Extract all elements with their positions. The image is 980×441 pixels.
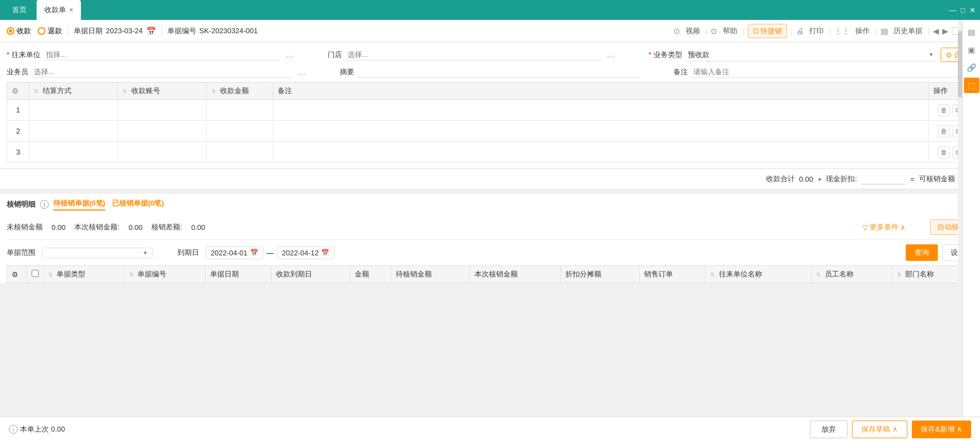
row-1-note[interactable] xyxy=(273,100,929,121)
help-button[interactable]: 帮助 xyxy=(721,25,739,37)
radio-receive[interactable]: 收款 xyxy=(7,26,31,36)
date-to-value: 2022-04-12 xyxy=(282,249,319,257)
minimize-button[interactable]: — xyxy=(949,6,956,14)
date-from-input[interactable]: 2022-04-01 📅 xyxy=(206,247,263,259)
bt-col-gear[interactable]: ⚙ xyxy=(7,266,27,283)
row-3-amount[interactable] xyxy=(207,142,273,163)
save-draft-button[interactable]: 保存草稿 ∧ xyxy=(852,421,907,438)
row-3-delete-icon[interactable]: 🗑 xyxy=(938,146,950,158)
date-dash: — xyxy=(267,249,274,257)
summary-row: 未核销金额 0.00 本次核销金额: 0.00 核销差额: 0.00 ▽ 更多条… xyxy=(7,215,973,239)
business-type-select[interactable]: 预收款 ▼ xyxy=(686,49,936,61)
radio-receive-dot xyxy=(7,27,14,35)
date-picker-icon[interactable]: 📅 xyxy=(146,27,156,35)
row-2-seq: 2 xyxy=(7,121,29,142)
radio-group: 收款 退款 xyxy=(7,26,62,36)
bt-gear-icon[interactable]: ⚙ xyxy=(12,270,18,279)
salesperson-dots[interactable]: … xyxy=(298,67,307,77)
calendar-from-icon[interactable]: 📅 xyxy=(250,249,258,257)
maximize-button[interactable]: □ xyxy=(961,6,965,14)
row-1-account[interactable] xyxy=(118,100,207,121)
done-tab[interactable]: 已核销单据(0笔) xyxy=(112,198,164,211)
total-label: 收款合计 xyxy=(766,174,795,184)
radio-receive-label: 收款 xyxy=(17,26,31,36)
sort-arrows-amount[interactable]: ⇅ xyxy=(211,88,216,94)
footer-info-icon[interactable]: i xyxy=(9,425,18,434)
bt-col-checkbox[interactable] xyxy=(27,266,44,283)
row-2-amount[interactable] xyxy=(207,121,273,142)
table-gear-icon[interactable]: ⚙ xyxy=(12,86,19,95)
row-2-account[interactable] xyxy=(118,121,207,142)
row-3-note[interactable] xyxy=(273,142,929,163)
sidebar-icon-1[interactable]: ▤ xyxy=(964,24,979,40)
row-2-settle[interactable] xyxy=(29,121,118,142)
print-button[interactable]: 打印 xyxy=(807,25,826,37)
arrow-right-icon[interactable]: ▶ xyxy=(942,27,948,35)
row-1-settle[interactable] xyxy=(29,100,118,121)
date-to-input[interactable]: 2022-04-12 📅 xyxy=(277,247,335,259)
row-2-delete-icon[interactable]: 🗑 xyxy=(938,125,950,137)
sidebar-icon-4[interactable]: ⬚ xyxy=(964,78,979,93)
counterpart-dots[interactable]: … xyxy=(285,50,294,60)
store-dots[interactable]: … xyxy=(606,50,615,60)
tab-active[interactable]: 收款单 × xyxy=(37,0,81,20)
tab-home[interactable]: 首页 xyxy=(4,0,34,20)
row-3-account[interactable] xyxy=(118,142,207,163)
save-draft-arrow: ∧ xyxy=(892,425,898,433)
query-button[interactable]: 查询 xyxy=(906,244,938,261)
calendar-to-icon[interactable]: 📅 xyxy=(321,249,329,257)
arrow-left-icon[interactable]: ◀ xyxy=(933,27,939,35)
equals-sign: = xyxy=(910,175,915,183)
discount-input[interactable] xyxy=(861,173,906,184)
save-new-button[interactable]: 保存&新增 ∧ xyxy=(912,421,971,438)
bt-checkbox-all[interactable] xyxy=(32,270,39,277)
section-title-text: 核销明细 xyxy=(7,199,35,209)
abstract-label: 摘要 xyxy=(340,67,354,77)
col-note-header: 备注 xyxy=(273,83,929,100)
form-row-2: 业务员 … 摘要 备注 xyxy=(7,66,973,78)
row-3-settle[interactable] xyxy=(29,142,118,163)
per-page-value: 0.00 xyxy=(51,425,65,433)
due-label: 到期日 xyxy=(177,248,199,258)
range-select[interactable]: ▼ xyxy=(42,248,153,258)
range-arrow-icon: ▼ xyxy=(142,250,148,256)
this-verify-label: 本次核销金额: xyxy=(74,222,120,232)
tab-close-icon[interactable]: × xyxy=(69,6,73,14)
row-1-delete-icon[interactable]: 🗑 xyxy=(938,104,950,116)
more-filter-button[interactable]: ▽ 更多条件 ∧ xyxy=(862,222,906,232)
bt-col-order: 销售订单 xyxy=(640,266,706,283)
abstract-input[interactable] xyxy=(358,66,640,78)
scrollbar[interactable] xyxy=(958,20,962,417)
section-info-icon[interactable]: i xyxy=(40,200,49,209)
ops-icon: ⋮⋮ xyxy=(834,27,850,35)
discard-button[interactable]: 放弃 xyxy=(810,421,848,438)
row-1-amount[interactable] xyxy=(207,100,273,121)
sidebar-icon-2[interactable]: ▣ xyxy=(964,42,979,58)
sidebar-icon-3[interactable]: 🔗 xyxy=(964,60,979,75)
operation-button[interactable]: 操作 xyxy=(853,25,872,37)
salesperson-input[interactable] xyxy=(32,66,292,78)
business-type-label: 业务类型 xyxy=(649,50,682,60)
remark-input[interactable] xyxy=(691,66,973,78)
calc-row: 收款合计 0.00 + 现金折扣: = 可核销金额 0.00 xyxy=(0,169,980,189)
sort-arrows-settle[interactable]: ⇅ xyxy=(34,88,38,94)
col-gear-header[interactable]: ⚙ xyxy=(7,83,29,100)
scrollbar-thumb[interactable] xyxy=(958,31,962,98)
writeoff-section: 核销明细 i 待核销单据(0笔) 已核销单据(0笔) 未核销金额 0.00 本次… xyxy=(0,194,980,283)
history-button[interactable]: 历史单据 xyxy=(891,25,925,37)
close-button[interactable]: ✕ xyxy=(969,6,976,14)
counterpart-input[interactable] xyxy=(44,49,280,60)
save-new-label: 保存&新增 xyxy=(921,424,955,434)
print-icon[interactable]: 🖨 xyxy=(796,27,804,35)
sort-arrows-account[interactable]: ⇅ xyxy=(122,88,127,94)
shortcut-button[interactable]: ⊡ 快捷键 xyxy=(748,24,787,38)
pending-tab[interactable]: 待核销单据(0笔) xyxy=(53,198,105,211)
video-button[interactable]: 视频 xyxy=(683,25,702,37)
store-input[interactable] xyxy=(345,49,601,60)
row-2-note[interactable] xyxy=(273,121,929,142)
col-account-label: 收款账号 xyxy=(131,86,160,95)
radio-refund[interactable]: 退款 xyxy=(38,26,62,36)
col-settle-label: 结算方式 xyxy=(43,86,72,95)
col-account-header: ⇅ 收款账号 xyxy=(118,83,207,100)
table-row: 1 🗑 ⧉ xyxy=(7,100,973,121)
